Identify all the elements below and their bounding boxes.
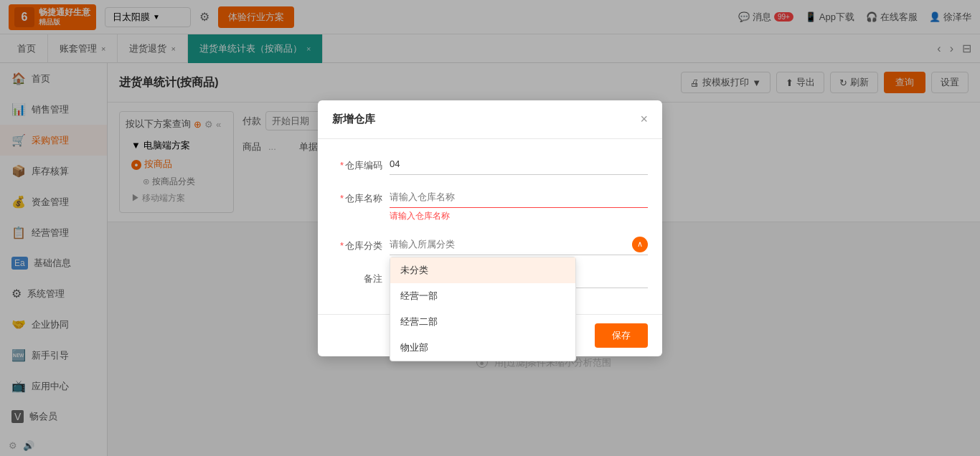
category-select-wrap: ∧ <box>390 234 648 255</box>
form-row-name: 仓库名称 请输入仓库名称 <box>332 186 648 222</box>
form-row-code: 仓库编码 <box>332 153 648 175</box>
warehouse-category-input[interactable] <box>390 234 648 255</box>
new-warehouse-modal: 新增仓库 × 仓库编码 仓库名称 请输入仓库名称 仓库分类 <box>318 100 662 356</box>
dropdown-item-3[interactable]: 物业部 <box>390 335 575 361</box>
warehouse-code-wrap <box>390 153 648 175</box>
warehouse-name-wrap: 请输入仓库名称 <box>390 186 648 222</box>
modal-title: 新增仓库 <box>332 113 375 126</box>
warehouse-category-label: 仓库分类 <box>332 234 390 252</box>
warehouse-name-label: 仓库名称 <box>332 186 390 205</box>
form-row-category: 仓库分类 ∧ 未分类 经营一部 经营二部 物业部 <box>332 234 648 255</box>
warehouse-name-error: 请输入仓库名称 <box>390 210 648 222</box>
save-btn[interactable]: 保存 <box>595 323 648 348</box>
dropdown-item-0[interactable]: 未分类 <box>390 257 575 283</box>
modal-close-btn[interactable]: × <box>640 112 648 127</box>
warehouse-code-label: 仓库编码 <box>332 153 390 172</box>
modal-overlay[interactable]: 新增仓库 × 仓库编码 仓库名称 请输入仓库名称 仓库分类 <box>0 0 980 456</box>
dropdown-item-2[interactable]: 经营二部 <box>390 309 575 335</box>
modal-body: 仓库编码 仓库名称 请输入仓库名称 仓库分类 ∧ <box>318 139 662 314</box>
warehouse-code-input[interactable] <box>390 153 648 175</box>
modal-header: 新增仓库 × <box>318 100 662 139</box>
warehouse-name-input[interactable] <box>390 186 648 208</box>
dropdown-toggle-btn[interactable]: ∧ <box>632 237 648 252</box>
dropdown-item-1[interactable]: 经营一部 <box>390 283 575 309</box>
category-dropdown-list: 未分类 经营一部 经营二部 物业部 <box>390 257 576 361</box>
warehouse-category-wrap: ∧ 未分类 经营一部 经营二部 物业部 <box>390 234 648 255</box>
notes-label: 备注 <box>332 267 390 285</box>
